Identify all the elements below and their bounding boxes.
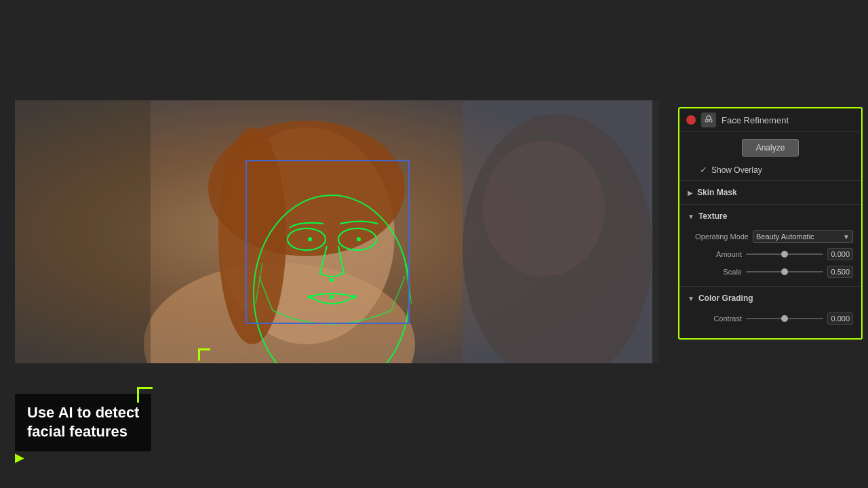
face-refinement-panel: Face Refinement Analyze ✓ Show Overlay ▶… [678,107,863,340]
operating-mode-label: Operating Mode [688,232,749,241]
scale-slider-track [746,271,823,272]
svg-point-21 [709,119,712,122]
instruction-box: Use AI to detect facial features [15,394,151,451]
texture-content: Operating Mode Beauty Automatic ▼ Amount… [688,224,853,282]
panel-icon [701,113,716,127]
texture-header[interactable]: ▼ Texture [688,209,853,224]
top-bar [0,0,868,100]
analyze-button[interactable]: Analyze [742,139,800,157]
amount-value[interactable]: 0.000 [827,248,853,260]
amount-label: Amount [688,250,742,258]
video-background: Face Analysis Processing (16%) Cancel [15,100,652,363]
svg-rect-8 [462,100,652,363]
scale-row: Scale 0.500 [688,263,853,281]
left-side [0,100,15,363]
texture-section: ▼ Texture Operating Mode Beauty Automati… [679,204,861,286]
face-bounding-box [245,160,410,324]
amount-slider-thumb [781,251,788,258]
panel-header: Face Refinement [679,108,861,132]
contrast-row: Contrast 0.000 [688,310,853,327]
contrast-slider-track [746,318,823,319]
operating-mode-arrow: ▼ [843,233,850,241]
skin-mask-title: Skin Mask [697,188,737,197]
scale-slider[interactable] [746,267,823,277]
scale-label: Scale [688,268,742,276]
tooltip-corner [198,348,210,361]
scale-value[interactable]: 0.500 [827,266,853,278]
skin-mask-expand-icon: ▶ [688,189,693,197]
svg-point-20 [705,119,708,122]
green-arrow: ▶ [15,450,24,465]
texture-expand-icon: ▼ [688,213,694,220]
amount-slider[interactable] [746,249,823,259]
amount-row: Amount 0.000 [688,245,853,263]
show-overlay-row[interactable]: ✓ Show Overlay [679,163,861,180]
show-overlay-label: Show Overlay [711,165,762,175]
show-overlay-checkbox[interactable]: ✓ [700,165,707,175]
operating-mode-row: Operating Mode Beauty Automatic ▼ [688,228,853,245]
skin-mask-header[interactable]: ▶ Skin Mask [688,185,853,200]
color-grading-header[interactable]: ▼ Color Grading [688,291,853,306]
contrast-label: Contrast [688,314,742,323]
contrast-slider[interactable] [746,314,823,323]
scale-slider-thumb [781,268,788,275]
contrast-slider-thumb [781,315,788,322]
analyze-row: Analyze [679,132,861,163]
amount-slider-track [746,253,823,255]
color-grading-section: ▼ Color Grading Contrast 0.000 [679,286,861,333]
skin-mask-section: ▶ Skin Mask [679,180,861,204]
color-grading-expand-icon: ▼ [688,295,694,302]
panel-close-button[interactable] [686,115,696,125]
svg-rect-9 [15,100,151,363]
color-grading-title: Color Grading [698,293,753,303]
texture-title: Texture [698,211,727,221]
panel-title: Face Refinement [722,115,789,125]
operating-mode-select[interactable]: Beauty Automatic ▼ [753,230,853,243]
contrast-value[interactable]: 0.000 [827,312,853,325]
color-grading-content: Contrast 0.000 [688,306,853,329]
video-container: Face Analysis Processing (16%) Cancel [15,100,652,363]
instruction-text: Use AI to detect facial features [27,403,139,442]
